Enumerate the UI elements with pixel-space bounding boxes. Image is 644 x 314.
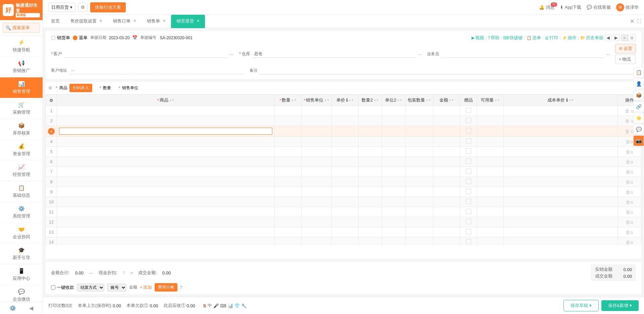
row-qty-3[interactable] [275, 126, 302, 137]
copy-icon[interactable]: ⧉ [630, 200, 633, 205]
sidebar-item-collab[interactable]: 🤝 企业协同 [0, 223, 43, 244]
customer-input[interactable] [64, 50, 228, 58]
video-link[interactable]: ▶ 视频 [472, 35, 484, 41]
row-avail-2[interactable] [477, 116, 504, 126]
tab-close-icon[interactable]: ✕ [99, 19, 102, 23]
float-btn-2[interactable]: 👤 [633, 78, 644, 89]
col-settings[interactable]: ⚙ [46, 95, 57, 106]
row-qty2-3[interactable] [359, 126, 382, 137]
row-qty2-2[interactable] [359, 116, 382, 126]
row-gift-1[interactable] [460, 106, 477, 116]
float-btn-3[interactable]: 📦 [633, 90, 644, 101]
account-select[interactable]: 账号 [107, 284, 126, 292]
copy-icon[interactable]: ⧉ [630, 220, 633, 225]
address-input[interactable] [69, 67, 244, 74]
settings-button[interactable]: ⚙ 设置 [615, 44, 636, 53]
row-gift-2[interactable] [460, 116, 477, 126]
row-price-1[interactable] [332, 106, 359, 116]
row-pkg-2[interactable] [406, 116, 433, 126]
del-icon[interactable]: 🗑 [626, 189, 630, 195]
tab-close-icon[interactable]: ✕ [163, 19, 166, 23]
row-unit2-1[interactable] [382, 106, 406, 116]
salesman-input[interactable] [441, 50, 604, 58]
warehouse-more-btn[interactable]: ··· [418, 52, 422, 57]
sidebar-item-sales[interactable]: 📊 销售管理 [0, 77, 43, 98]
copy-icon[interactable]: ⧉ [630, 150, 633, 154]
message-button[interactable]: 🔔 消息 70 [539, 4, 554, 10]
remark-input[interactable] [260, 67, 636, 74]
print-link[interactable]: 🖨 打印 [545, 35, 558, 41]
row-pkg-1[interactable] [406, 106, 433, 116]
scan-input-button[interactable]: 扫码录入 [69, 84, 92, 92]
row-product-3[interactable] [57, 126, 275, 137]
sidebar-item-wechat[interactable]: 💬 企业微信 [0, 285, 43, 302]
tab-sales-order[interactable]: 销售订单 ✕ [108, 15, 142, 28]
expand-tab-btn[interactable]: ⛶ [637, 19, 641, 24]
calendar-icon[interactable]: 📅 [132, 35, 138, 40]
del-icon[interactable]: 🗑 [626, 240, 630, 245]
list-view-btn[interactable]: ≡ [621, 35, 628, 41]
search-menu-button[interactable]: 🔍 搜索菜单 [3, 23, 40, 33]
close-tab-btn[interactable]: ✕ [630, 18, 634, 24]
del-icon[interactable]: 🗑 [626, 149, 630, 154]
copy-icon[interactable]: ⧉ [630, 160, 633, 165]
float-btn-1[interactable]: 📋 [633, 67, 644, 78]
select-link[interactable]: 📋 选单 [527, 35, 541, 41]
copy-icon[interactable]: ⧉ [630, 180, 633, 185]
tab-sales-return[interactable]: 销货退货 ✕ [171, 15, 205, 28]
float-btn-5[interactable]: ⭐ [633, 113, 644, 123]
del-icon[interactable]: 🗑 [626, 199, 630, 205]
operate-link[interactable]: ⚡ 操作 [562, 35, 577, 41]
delete-row-3-btn[interactable]: 🗑 [625, 129, 630, 134]
row-unit-2[interactable] [302, 116, 332, 126]
one-click-checkbox[interactable] [51, 285, 55, 290]
float-btn-4[interactable]: 🔗 [633, 101, 644, 112]
calc-method-select[interactable]: 结算方式 [77, 284, 104, 292]
prev-doc-btn[interactable]: ◀ [605, 34, 611, 41]
row-amount-1[interactable] [433, 106, 460, 116]
draft-dropdown-icon[interactable]: ▾ [589, 303, 592, 308]
logistics-button[interactable]: + 物流 [615, 55, 636, 64]
sale-type-radio[interactable]: 销货单 [51, 35, 70, 41]
row-avail-3[interactable] [477, 126, 504, 137]
tab-home[interactable]: 首页 [46, 15, 65, 28]
del-icon[interactable]: 🗑 [626, 159, 630, 165]
sidebar-search[interactable]: 🔍 搜索菜单 [0, 20, 43, 36]
row-pkg-3[interactable] [406, 126, 433, 137]
del-icon[interactable]: 🗑 [626, 139, 630, 144]
row-amount-2[interactable] [433, 116, 460, 126]
row-unit-3[interactable] [302, 126, 332, 137]
settings-bottom-icon[interactable]: ⚙️ [9, 305, 16, 311]
row-qty-2[interactable] [275, 116, 302, 126]
row-cost-2[interactable] [504, 116, 618, 126]
del-icon[interactable]: 🗑 [626, 169, 630, 175]
product-input-3[interactable] [59, 128, 272, 135]
help-link[interactable]: ? 帮助 [488, 35, 499, 41]
online-service-button[interactable]: 💬 在线客服 [587, 4, 611, 10]
tab-close-icon[interactable]: ✕ [133, 19, 136, 23]
row-qty-1[interactable] [275, 106, 302, 116]
breadcrumb-select[interactable]: 日用百货 ▾ [48, 3, 75, 12]
shortcut-link[interactable]: ⌨ 快捷键 [503, 35, 523, 41]
row-unit2-2[interactable] [382, 116, 406, 126]
row-price-2[interactable] [332, 116, 359, 126]
row-qty2-1[interactable] [359, 106, 382, 116]
sidebar-item-basic-info[interactable]: 📋 基础信息 [0, 181, 43, 202]
tab-active-close-icon[interactable]: ✕ [197, 19, 200, 23]
save-draft-button[interactable]: 保存草稿 ▾ [564, 300, 599, 311]
save-dropdown-icon[interactable]: ▾ [630, 303, 632, 308]
one-click-payment-check[interactable]: 一键收款 [51, 285, 74, 291]
sidebar-item-guide[interactable]: 🎓 新手引导 [0, 244, 43, 264]
sidebar-item-shortcut[interactable]: ⚡ 快捷导航 [0, 36, 43, 57]
user-avatar-button[interactable]: 徐 徐泽华 [616, 3, 639, 11]
grid-view-btn[interactable]: ⊞ [628, 35, 636, 41]
del-icon[interactable]: 🗑 [626, 179, 630, 185]
copy-icon[interactable]: ⧉ [630, 190, 633, 195]
copy-icon[interactable]: ⧉ [630, 230, 633, 235]
copy-icon[interactable]: ⧉ [630, 140, 633, 144]
row-unit-1[interactable] [302, 106, 332, 116]
delete-row-2-btn[interactable]: 🗑 [625, 118, 630, 124]
row-product-1[interactable] [57, 106, 275, 116]
row-amount-3[interactable] [433, 126, 460, 137]
copy-icon[interactable]: ⧉ [630, 170, 633, 175]
